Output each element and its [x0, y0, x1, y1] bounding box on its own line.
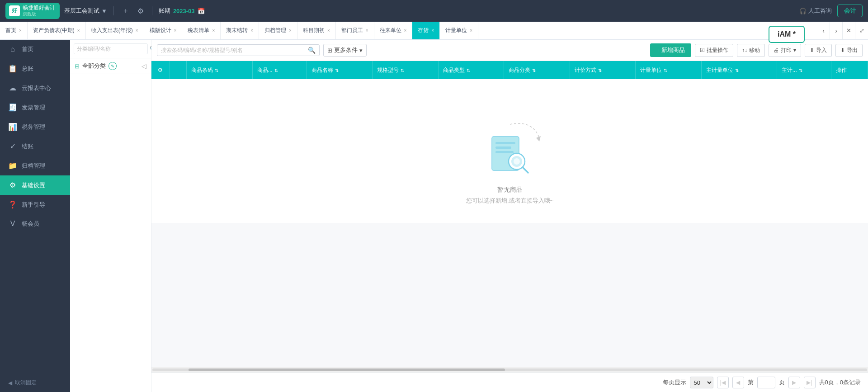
- page-next-button[interactable]: ▶: [788, 377, 800, 388]
- sidebar-item-云报表中心[interactable]: ☁云报表中心: [0, 78, 70, 98]
- tab-close-all[interactable]: ✕: [843, 22, 855, 40]
- tab-item-3[interactable]: 模版设计×: [144, 22, 183, 40]
- collapse-icon: ◀: [8, 380, 12, 386]
- tab-item-6[interactable]: 归档管理×: [259, 22, 297, 40]
- tab-close-icon[interactable]: ×: [289, 28, 292, 33]
- col-label-5: 规格型号: [377, 67, 399, 73]
- table-col-2[interactable]: 商品条码⇅: [187, 61, 252, 79]
- tab-item-2[interactable]: 收入支出表(年报)×: [86, 22, 144, 40]
- per-page-label: 每页显示: [663, 378, 686, 387]
- tab-close-icon[interactable]: ×: [470, 28, 472, 33]
- account-button[interactable]: 会计: [837, 5, 863, 17]
- batch-button[interactable]: ☑ 批量操作: [695, 44, 733, 57]
- export-label: 导出: [847, 47, 858, 54]
- add-tab-button[interactable]: ＋: [120, 5, 131, 18]
- tab-close-icon[interactable]: ×: [212, 28, 215, 33]
- toolbar: 🔍 ⊞ 更多条件 ▾ + 新增商品 ☑ 批量操作: [151, 40, 868, 61]
- search-icon[interactable]: 🔍: [308, 47, 316, 54]
- page-prev-button[interactable]: ◀: [732, 377, 744, 388]
- table-col-5[interactable]: 规格型号⇅: [373, 61, 438, 79]
- tab-close-icon[interactable]: ×: [77, 28, 80, 33]
- sort-icon-11: ⇅: [799, 68, 802, 73]
- header-right: 🎧 人工咨询 会计: [799, 5, 863, 17]
- tab-item-10[interactable]: 存货×: [412, 22, 440, 40]
- table-col-6[interactable]: 商品类型⇅: [438, 61, 504, 79]
- page-label-2: 页: [779, 378, 785, 387]
- svg-line-8: [523, 167, 528, 173]
- sidebar-item-税务管理[interactable]: 📊税务管理: [0, 117, 70, 137]
- import-button[interactable]: ⬆ 导入: [805, 44, 832, 57]
- tab-item-7[interactable]: 科目期初×: [297, 22, 336, 40]
- top-header: 好 畅捷通好会计 旗舰版 基层工会测试 ▼ ＋ ⚙ 账期 2023-03 📅 🎧…: [0, 0, 868, 22]
- service-label: 人工咨询: [808, 7, 832, 15]
- all-category-label[interactable]: 全部分类: [82, 62, 106, 70]
- import-label: 导入: [816, 47, 827, 54]
- page-first-button[interactable]: |◀: [717, 377, 729, 388]
- table-col-9[interactable]: 计量单位⇅: [636, 61, 701, 79]
- service-button[interactable]: 🎧 人工咨询: [799, 7, 832, 15]
- category-edit-icon[interactable]: ✎: [108, 62, 117, 70]
- settings-button[interactable]: ⚙: [136, 5, 146, 17]
- sidebar-item-发票管理[interactable]: 🧾发票管理: [0, 98, 70, 117]
- table-col-8[interactable]: 计价方式⇅: [570, 61, 635, 79]
- move-button[interactable]: ↑↓ 移动: [737, 44, 765, 57]
- calendar-icon[interactable]: 📅: [198, 8, 205, 14]
- product-search-input[interactable]: [161, 47, 306, 53]
- export-icon: ⬇: [840, 47, 845, 53]
- tab-close-icon[interactable]: ×: [136, 28, 138, 33]
- tab-item-4[interactable]: 税表清单×: [182, 22, 221, 40]
- sidebar: ⌂首页📋总账☁云报表中心🧾发票管理📊税务管理✓结账📁归档管理⚙基础设置❓新手引导…: [0, 40, 70, 392]
- tab-close-icon[interactable]: ×: [327, 28, 330, 33]
- tab-item-0[interactable]: 首页×: [0, 22, 28, 40]
- sidebar-item-归档管理[interactable]: 📁归档管理: [0, 156, 70, 175]
- tab-item-5[interactable]: 期末结转×: [221, 22, 259, 40]
- company-name: 基层工会测试: [64, 7, 99, 15]
- tab-item-1[interactable]: 资产负债表(中期)×: [28, 22, 86, 40]
- table-col-4[interactable]: 商品名称⇅: [307, 61, 373, 79]
- headset-icon: 🎧: [799, 8, 807, 14]
- sidebar-item-基础设置[interactable]: ⚙基础设置: [0, 175, 70, 195]
- add-product-button[interactable]: + 新增商品: [650, 43, 691, 57]
- table-header: ⚙商品条码⇅商品...⇅商品名称⇅规格型号⇅商品类型⇅商品分类⇅计价方式⇅计量单…: [151, 61, 868, 79]
- dropdown-icon[interactable]: ▼: [101, 8, 107, 14]
- panel-collapse-btn[interactable]: ◁: [142, 62, 146, 70]
- sidebar-item-结账[interactable]: ✓结账: [0, 137, 70, 156]
- table-col-7[interactable]: 商品分类⇅: [504, 61, 570, 79]
- tab-close-icon[interactable]: ×: [250, 28, 253, 33]
- tab-nav-prev[interactable]: ‹: [817, 22, 830, 40]
- table-col-11[interactable]: 主计...⇅: [777, 61, 831, 79]
- col-label-6: 商品类型: [443, 67, 465, 73]
- horizontal-scrollbar[interactable]: [151, 367, 868, 373]
- app-logo[interactable]: 好 畅捷通好会计 旗舰版: [5, 3, 60, 19]
- print-button[interactable]: 🖨 打印 ▾: [769, 44, 801, 57]
- tab-item-8[interactable]: 部门员工×: [336, 22, 374, 40]
- tab-nav-next[interactable]: ›: [830, 22, 843, 40]
- scrollbar-thumb[interactable]: [189, 368, 505, 371]
- tab-close-icon[interactable]: ×: [404, 28, 407, 33]
- table-col-3[interactable]: 商品...⇅: [252, 61, 307, 79]
- tab-close-icon[interactable]: ×: [431, 28, 434, 33]
- page-input[interactable]: 1: [757, 377, 775, 388]
- category-search-input[interactable]: [74, 43, 148, 54]
- tab-label: 计量单位: [445, 27, 467, 34]
- tab-close-icon[interactable]: ×: [19, 28, 22, 33]
- main-layout: ⌂首页📋总账☁云报表中心🧾发票管理📊税务管理✓结账📁归档管理⚙基础设置❓新手引导…: [0, 40, 868, 392]
- table-col-10[interactable]: 主计量单位⇅: [701, 61, 777, 79]
- svg-rect-2: [495, 142, 515, 144]
- export-button[interactable]: ⬇ 导出: [835, 44, 863, 57]
- page-last-button[interactable]: ▶|: [804, 377, 816, 388]
- sidebar-item-新手引导[interactable]: ❓新手引导: [0, 195, 70, 214]
- sidebar-collapse-button[interactable]: ◀ 取消固定: [0, 373, 70, 392]
- sidebar-item-总账[interactable]: 📋总账: [0, 59, 70, 78]
- tab-close-icon[interactable]: ×: [366, 28, 368, 33]
- sidebar-item-首页[interactable]: ⌂首页: [0, 40, 70, 59]
- tab-item-9[interactable]: 往来单位×: [374, 22, 413, 40]
- tab-close-icon[interactable]: ×: [174, 28, 177, 33]
- per-page-select[interactable]: 50 10 20 100: [690, 377, 713, 388]
- sidebar-icon-9: V: [8, 220, 17, 228]
- sidebar-item-畅会员[interactable]: V畅会员: [0, 214, 70, 233]
- tab-label: 期末结转: [226, 27, 248, 34]
- tab-expand[interactable]: ⤢: [855, 22, 868, 40]
- more-filter-button[interactable]: ⊞ 更多条件 ▾: [323, 44, 367, 57]
- tab-item-11[interactable]: 计量单位×: [440, 22, 478, 40]
